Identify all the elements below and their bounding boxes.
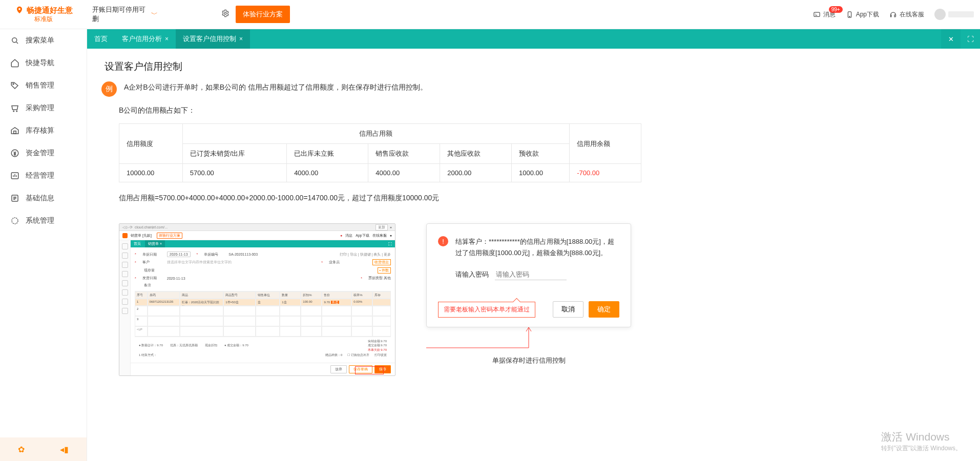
th-credit-used: 信用占用额 <box>182 124 569 144</box>
credit-table: 信用额度 信用占用额 信用用余额 已订货未销货/出库 已出库未立账 销售应收款 … <box>119 123 641 182</box>
fullscreen-icon[interactable]: ⛶ <box>961 29 980 49</box>
sidebar: 搜索菜单 快捷导航 销售管理 采购管理 库存核算 资金管理 经营管理 基础信息 <box>0 29 87 461</box>
th-credit-balance: 信用用余额 <box>570 124 641 164</box>
arrow-connector-icon <box>426 327 631 353</box>
sidebar-item-label: 基础信息 <box>26 194 54 203</box>
example-row: 例 A企对B公司进行开单时，如果B公司的 信用占用额超过了信用额度，则在保存时进… <box>102 81 965 103</box>
th-col2: 已出库未立账 <box>287 144 368 164</box>
svg-point-0 <box>18 8 20 10</box>
sidebar-item-label: 销售管理 <box>26 81 54 90</box>
dialog-tip: 需要老板输入密码本单才能通过 <box>438 302 535 318</box>
avatar-icon <box>934 9 946 20</box>
mock-grid: 序号 条码 商品 商品型号 销售单位 数量 折扣% 售价 税率% <box>135 291 391 337</box>
brand-edition: 标准版 <box>0 15 87 24</box>
headset-icon <box>889 11 897 18</box>
sidebar-item-inventory[interactable]: 库存核算 <box>0 119 87 142</box>
home-icon <box>10 58 19 68</box>
password-label: 请输入密码 <box>455 270 489 279</box>
search-icon <box>10 36 19 45</box>
cell-c1: 5700.00 <box>182 164 286 182</box>
list-icon <box>10 194 19 203</box>
th-col5: 预收款 <box>512 144 570 164</box>
sidebar-item-label: 资金管理 <box>26 149 54 158</box>
svg-point-6 <box>13 83 14 85</box>
svg-point-13 <box>12 218 18 224</box>
period-dropdown[interactable]: 开账日期可停用可删 ﹀ <box>87 5 215 24</box>
cancel-button[interactable]: 取消 <box>553 301 583 318</box>
svg-rect-2 <box>814 12 820 16</box>
close-icon[interactable]: × <box>239 35 243 43</box>
close-icon[interactable]: × <box>165 35 169 43</box>
sidebar-item-quicknav[interactable]: 快捷导航 <box>0 52 87 74</box>
sidebar-item-business[interactable]: 经营管理 <box>0 164 87 187</box>
sidebar-item-system[interactable]: 系统管理 <box>0 209 87 232</box>
illustration-row: ◁ ▷ ⟳ cloud.chanjet.com/... 更新 ● 销货单 [先款… <box>102 213 965 396</box>
sidebar-item-label: 经营管理 <box>26 171 54 180</box>
user-menu[interactable] <box>934 9 974 20</box>
top-header: 畅捷通好生意 标准版 开账日期可停用可删 ﹀ 体验行业方案 消息 99+ App… <box>0 0 980 29</box>
svg-rect-9 <box>14 131 16 134</box>
sidebar-item-label: 搜索菜单 <box>26 36 54 45</box>
cell-c5: 1000.00 <box>512 164 570 182</box>
sidebar-item-purchase[interactable]: 采购管理 <box>0 97 87 119</box>
mock-main: 首页 销货单 × ⛶ *单据日期 2020-11-13 *单据编号 SA-202… <box>131 240 395 375</box>
th-col4: 其他应收款 <box>440 144 512 164</box>
period-text: 开账日期可停用可删 <box>92 5 151 24</box>
tab-home[interactable]: 首页 <box>87 29 115 49</box>
brand-icon <box>14 6 25 16</box>
mock-totals: ● 数额合计：9.70 优惠：无优惠优惠额 现金折扣 ● 成交金额：9.70 实… <box>135 337 391 360</box>
tab-credit-settings[interactable]: 设置客户信用控制× <box>176 29 250 49</box>
table-row: 10000.00 5700.00 4000.00 4000.00 2000.00… <box>119 164 641 182</box>
svg-point-1 <box>224 12 226 14</box>
tab-credit-analysis[interactable]: 客户信用分析× <box>115 29 176 49</box>
brand-box: 畅捷通好生意 标准版 <box>0 4 87 26</box>
money-icon <box>10 149 19 158</box>
illustration-caption: 单据保存时进行信用控制 <box>426 356 631 365</box>
mock-browser-bar: ◁ ▷ ⟳ cloud.chanjet.com/... 更新 ● <box>119 224 395 231</box>
settings-gear-icon[interactable] <box>215 9 236 19</box>
footer-collapse-icon[interactable]: ◂▮ <box>60 445 69 454</box>
sidebar-item-label: 快捷导航 <box>26 58 54 68</box>
mock-sidebar <box>119 240 131 375</box>
example-badge-icon: 例 <box>101 81 117 97</box>
svg-point-5 <box>12 38 17 43</box>
close-all-tabs-icon[interactable]: ✕ <box>941 29 961 49</box>
th-col3: 销售应收款 <box>368 144 440 164</box>
sidebar-item-search[interactable]: 搜索菜单 <box>0 29 87 52</box>
formula-text: 信用占用额=5700.00+4000.00+4000.00+2000.00-10… <box>102 188 965 213</box>
messages-badge: 99+ <box>829 6 843 13</box>
try-industry-button[interactable]: 体验行业方案 <box>236 6 290 23</box>
password-input[interactable] <box>495 269 567 280</box>
online-service-link[interactable]: 在线客服 <box>889 10 924 19</box>
page-body: 设置客户信用控制 例 A企对B公司进行开单时，如果B公司的 信用占用额超过了信用… <box>87 49 980 461</box>
app-download-link[interactable]: App下载 <box>846 10 879 19</box>
mock-logo-icon <box>122 233 128 238</box>
cell-c3: 4000.00 <box>368 164 440 182</box>
th-credit-quota: 信用额度 <box>119 124 183 164</box>
warehouse-icon <box>10 126 19 135</box>
sidebar-item-sales[interactable]: 销售管理 <box>0 74 87 97</box>
tag-icon <box>10 81 19 90</box>
svg-point-4 <box>849 16 850 16</box>
avatar-name-placeholder <box>948 11 974 17</box>
cell-c2: 4000.00 <box>287 164 368 182</box>
sidebar-item-baseinfo[interactable]: 基础信息 <box>0 187 87 209</box>
page-title: 设置客户信用控制 <box>102 58 965 81</box>
footer-settings-icon[interactable]: ✿ <box>18 445 25 454</box>
brand-title: 畅捷通好生意 <box>27 6 73 15</box>
cell-balance: -700.00 <box>570 164 641 182</box>
mock-app-header: 销货单 [先款] 体验行业方案 ● 消息 App下载 在线客服 ● <box>119 231 395 240</box>
message-icon <box>813 11 821 18</box>
mock-form: *单据日期 2020-11-13 *单据编号 SA-20201113-003 打… <box>131 247 395 363</box>
ok-button[interactable]: 确定 <box>589 301 619 318</box>
mock-tabs: 首页 销货单 × ⛶ <box>131 240 395 247</box>
svg-point-8 <box>16 111 17 112</box>
highlight-box <box>355 366 384 374</box>
messages-link[interactable]: 消息 99+ <box>813 10 836 19</box>
gear-circle-icon <box>10 216 19 225</box>
dialog-wrapper: ! 结算客户：************的信用占用额为[1888.00元]，超过了… <box>426 223 631 365</box>
alert-icon: ! <box>438 236 448 246</box>
sidebar-item-funds[interactable]: 资金管理 <box>0 142 87 164</box>
sidebar-item-label: 采购管理 <box>26 103 54 113</box>
cell-c4: 2000.00 <box>440 164 512 182</box>
